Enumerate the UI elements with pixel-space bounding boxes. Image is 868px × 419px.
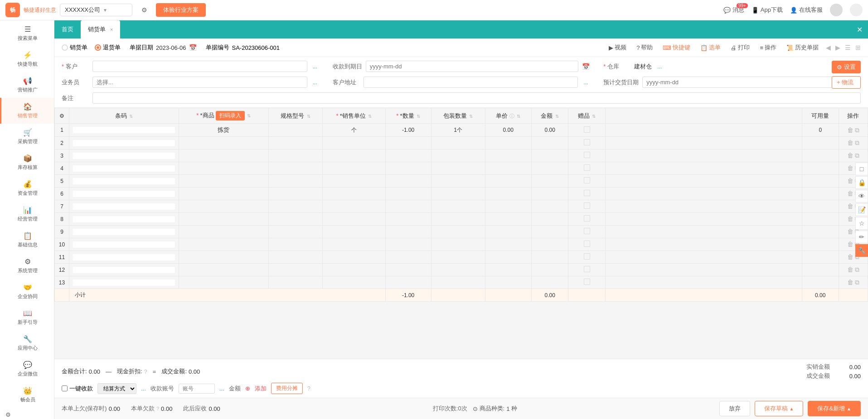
cell-price[interactable] xyxy=(485,200,531,213)
barcode-input[interactable] xyxy=(73,241,175,248)
right-tool-btn-7[interactable]: 🔧 xyxy=(855,244,868,257)
save-new-button[interactable]: 保存&新增 ▲ xyxy=(808,401,861,416)
barcode-input[interactable] xyxy=(73,140,175,146)
radio-sales-order[interactable]: 销货单 xyxy=(62,43,87,52)
expected-date-input[interactable] xyxy=(642,77,849,88)
company-selector[interactable]: XXXXXX公司 ▼ xyxy=(60,4,132,16)
sidebar-item-inventory[interactable]: 📦 库存核算 xyxy=(0,149,54,175)
cell-barcode[interactable] xyxy=(69,200,179,213)
cell-price[interactable] xyxy=(485,251,531,264)
cell-price[interactable] xyxy=(485,264,531,276)
cell-product[interactable] xyxy=(179,226,268,238)
cell-qty[interactable] xyxy=(385,226,431,238)
cell-gift[interactable] xyxy=(568,213,605,226)
cell-gift[interactable] xyxy=(568,251,605,264)
cell-spec[interactable] xyxy=(268,200,322,213)
cell-gift[interactable] xyxy=(568,175,605,188)
delete-row-icon[interactable]: 🗑 xyxy=(847,177,853,184)
sidebar-item-system[interactable]: ⚙ 系统管理 xyxy=(0,253,54,279)
sidebar-item-member[interactable]: 👑 畅会员 xyxy=(0,382,54,408)
gift-checkbox[interactable] xyxy=(584,228,590,234)
barcode-input[interactable] xyxy=(73,191,175,197)
cell-gift[interactable] xyxy=(568,276,605,289)
salesperson-dots-icon[interactable]: ... xyxy=(311,79,319,86)
cell-gift[interactable] xyxy=(568,238,605,251)
cell-gift[interactable] xyxy=(568,226,605,238)
sidebar-item-guide[interactable]: 📖 新手引导 xyxy=(0,304,54,330)
cell-barcode[interactable] xyxy=(69,175,179,188)
cell-spec[interactable] xyxy=(268,238,322,251)
cell-barcode[interactable] xyxy=(69,226,179,238)
setup-button[interactable]: ⚙ 设置 xyxy=(832,61,861,73)
cell-gift[interactable] xyxy=(568,137,605,149)
tab-home[interactable]: 首页 xyxy=(54,20,81,39)
sidebar-item-apps[interactable]: 🔧 应用中心 xyxy=(0,330,54,356)
try-industry-button[interactable]: 体验行业方案 xyxy=(156,3,206,17)
cell-price[interactable] xyxy=(485,188,531,200)
customer-input[interactable] xyxy=(92,61,307,72)
add-entry-button[interactable]: ⊕ xyxy=(245,385,250,392)
calendar-icon[interactable]: 📅 xyxy=(189,44,197,51)
gift-checkbox[interactable] xyxy=(584,241,590,247)
gift-checkbox[interactable] xyxy=(584,139,590,145)
fee-split-button[interactable]: 费用分摊 xyxy=(271,383,303,394)
cell-product[interactable] xyxy=(179,251,268,264)
sidebar-item-search[interactable]: ☰ 搜索菜单 xyxy=(0,20,54,46)
cell-qty[interactable] xyxy=(385,200,431,213)
list-view-icon[interactable]: ☰ xyxy=(845,44,851,51)
cell-barcode[interactable] xyxy=(69,188,179,200)
copy-row-icon[interactable]: ⧉ xyxy=(855,152,859,159)
sidebar-item-basics[interactable]: 📋 基础信息 xyxy=(0,227,54,253)
cell-spec[interactable] xyxy=(268,226,322,238)
right-tool-btn-3[interactable]: 👁 xyxy=(855,190,868,202)
help-button[interactable]: ? 帮助 xyxy=(634,42,655,53)
delete-row-icon[interactable]: 🗑 xyxy=(847,241,853,248)
cell-product[interactable] xyxy=(179,276,268,289)
barcode-input[interactable] xyxy=(73,178,175,184)
settlement-method-select[interactable]: 结算方式 xyxy=(97,383,136,394)
cell-barcode[interactable] xyxy=(69,238,179,251)
barcode-input[interactable] xyxy=(73,165,175,172)
cell-price[interactable] xyxy=(485,137,531,149)
cell-gift[interactable] xyxy=(568,124,605,137)
app-download-button[interactable]: 📱 App下载 xyxy=(752,6,783,14)
cell-product[interactable]: 拣货 xyxy=(179,124,268,137)
remarks-input[interactable] xyxy=(92,92,861,104)
cell-spec[interactable] xyxy=(268,251,322,264)
right-tool-btn-6[interactable]: ✏ xyxy=(855,231,868,243)
sidebar-item-wechat[interactable]: 💬 企业微信 xyxy=(0,356,54,382)
close-window-icon[interactable]: ✕ xyxy=(857,25,863,34)
cell-price[interactable] xyxy=(485,162,531,175)
cell-barcode[interactable] xyxy=(69,149,179,162)
delete-row-icon[interactable]: 🗑 xyxy=(847,164,853,172)
sidebar-item-cooperation[interactable]: 🤝 企业协同 xyxy=(0,279,54,304)
cell-gift[interactable] xyxy=(568,149,605,162)
gift-checkbox[interactable] xyxy=(584,266,590,272)
next-record-icon[interactable]: ▶ xyxy=(835,44,840,51)
gift-checkbox[interactable] xyxy=(584,202,590,209)
cell-product[interactable] xyxy=(179,162,268,175)
cell-product[interactable] xyxy=(179,175,268,188)
cell-qty[interactable]: -1.00 xyxy=(385,124,431,137)
price-info-icon[interactable]: ⓘ xyxy=(509,113,514,119)
barcode-input[interactable] xyxy=(73,279,175,286)
cell-qty[interactable] xyxy=(385,251,431,264)
tab-sales-order[interactable]: 销货单 × xyxy=(81,20,120,39)
copy-row-icon[interactable]: ⧉ xyxy=(855,266,859,273)
cell-price[interactable] xyxy=(485,213,531,226)
collection-date-input[interactable] xyxy=(366,61,579,72)
cell-gift[interactable] xyxy=(568,264,605,276)
cell-qty[interactable] xyxy=(385,276,431,289)
select-order-button[interactable]: 📋 选单 xyxy=(698,42,723,53)
copy-row-icon[interactable]: ⧉ xyxy=(855,126,859,134)
barcode-input[interactable] xyxy=(73,254,175,260)
customer-dots-icon[interactable]: ... xyxy=(311,63,319,70)
cell-barcode[interactable] xyxy=(69,124,179,137)
cell-barcode[interactable] xyxy=(69,251,179,264)
barcode-input[interactable] xyxy=(73,203,175,210)
cell-qty[interactable] xyxy=(385,264,431,276)
gift-checkbox[interactable] xyxy=(584,126,590,133)
cell-product[interactable] xyxy=(179,238,268,251)
cell-barcode[interactable] xyxy=(69,137,179,149)
shortcut-button[interactable]: ⌨ 快捷键 xyxy=(660,42,693,53)
